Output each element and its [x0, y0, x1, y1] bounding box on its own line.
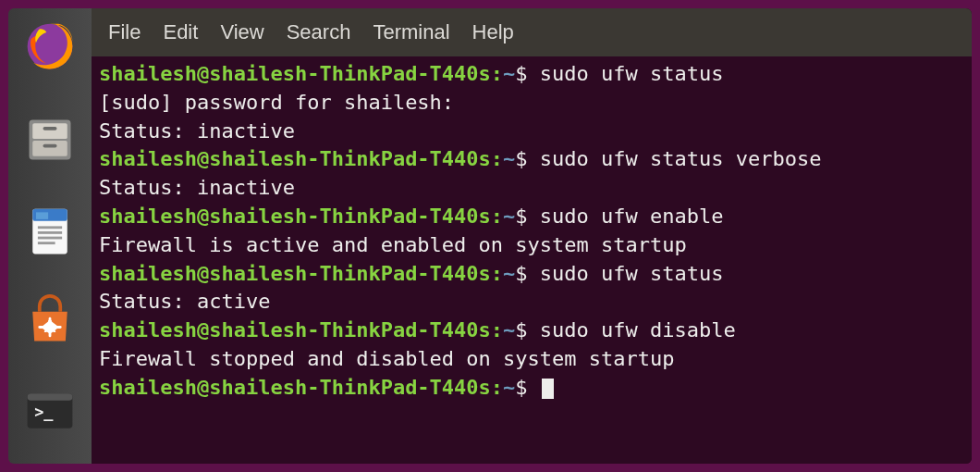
svg-rect-3	[32, 141, 67, 156]
terminal-output: Status: active	[99, 288, 964, 317]
svg-text:A: A	[43, 317, 56, 336]
prompt-symbol: $	[515, 376, 527, 399]
terminal-line: shailesh@shailesh-ThinkPad-T440s:~$ sudo…	[99, 317, 964, 345]
command-text: sudo ufw status verbose	[540, 147, 822, 170]
prompt-user-host: shailesh@shailesh-ThinkPad-T440s	[99, 376, 491, 399]
svg-text:>_: >_	[34, 403, 54, 421]
terminal-output: Status: inactive	[99, 118, 964, 146]
launcher-item-terminal[interactable]: >_	[18, 377, 82, 441]
menu-terminal[interactable]: Terminal	[373, 20, 449, 44]
terminal-line: shailesh@shailesh-ThinkPad-T440s:~$ sudo…	[99, 203, 964, 231]
terminal-body[interactable]: shailesh@shailesh-ThinkPad-T440s:~$ sudo…	[92, 56, 972, 464]
menu-file[interactable]: File	[108, 20, 141, 44]
firefox-icon	[22, 19, 78, 74]
prompt-user-host: shailesh@shailesh-ThinkPad-T440s	[99, 147, 491, 170]
terminal-menubar: File Edit View Search Terminal Help	[92, 8, 972, 56]
svg-rect-12	[38, 242, 55, 244]
prompt-path: ~	[503, 262, 515, 285]
document-icon	[22, 204, 78, 259]
ubuntu-desktop: A >_ File Edit View Search Terminal Help…	[8, 8, 972, 464]
prompt-symbol: $	[515, 262, 527, 285]
svg-rect-8	[36, 212, 48, 219]
prompt-user-host: shailesh@shailesh-ThinkPad-T440s	[99, 62, 491, 85]
terminal-line: shailesh@shailesh-ThinkPad-T440s:~$ sudo…	[99, 260, 964, 289]
prompt-path: ~	[503, 318, 515, 342]
prompt-path: ~	[503, 62, 515, 85]
launcher-item-files[interactable]	[18, 106, 82, 171]
svg-rect-4	[43, 127, 57, 130]
menu-view[interactable]: View	[220, 20, 263, 44]
command-text: sudo ufw enable	[540, 205, 724, 228]
command-text: sudo ufw status	[540, 62, 724, 85]
prompt-user-host: shailesh@shailesh-ThinkPad-T440s	[99, 262, 491, 285]
svg-rect-5	[43, 144, 57, 148]
svg-rect-10	[38, 231, 62, 234]
terminal-output: Firewall is active and enabled on system…	[99, 231, 964, 260]
terminal-output: [sudo] password for shailesh:	[99, 89, 964, 118]
menu-help[interactable]: Help	[472, 20, 514, 44]
shopping-bag-icon: A	[22, 292, 78, 348]
command-text: sudo ufw status	[540, 262, 724, 285]
command-text: sudo ufw disable	[540, 318, 736, 342]
terminal-icon: >_	[22, 381, 78, 437]
menu-search[interactable]: Search	[287, 20, 351, 44]
terminal-line: shailesh@shailesh-ThinkPad-T440s:~$	[99, 374, 964, 403]
svg-rect-9	[38, 226, 62, 229]
prompt-symbol: $	[515, 205, 527, 228]
launcher-dock: A >_	[8, 8, 92, 464]
svg-rect-11	[38, 237, 62, 240]
svg-rect-2	[32, 123, 67, 139]
prompt-user-host: shailesh@shailesh-ThinkPad-T440s	[99, 318, 491, 342]
prompt-symbol: $	[515, 62, 527, 85]
prompt-symbol: $	[515, 147, 527, 170]
prompt-path: ~	[503, 205, 515, 228]
terminal-output: Status: inactive	[99, 174, 964, 203]
launcher-item-firefox[interactable]	[18, 14, 82, 79]
terminal-line: shailesh@shailesh-ThinkPad-T440s:~$ sudo…	[99, 145, 964, 174]
menu-edit[interactable]: Edit	[163, 20, 198, 44]
prompt-path: ~	[503, 147, 515, 170]
terminal-line: shailesh@shailesh-ThinkPad-T440s:~$ sudo…	[99, 60, 964, 89]
file-cabinet-icon	[22, 111, 78, 167]
terminal-output: Firewall stopped and disabled on system …	[99, 345, 964, 374]
launcher-item-software[interactable]: A	[18, 288, 82, 353]
launcher-item-writer[interactable]	[18, 199, 82, 264]
prompt-path: ~	[503, 376, 515, 399]
prompt-user-host: shailesh@shailesh-ThinkPad-T440s	[99, 205, 491, 228]
terminal-cursor	[542, 379, 554, 399]
terminal-window: File Edit View Search Terminal Help shai…	[92, 8, 972, 464]
prompt-symbol: $	[515, 318, 527, 342]
svg-rect-15	[28, 393, 73, 401]
